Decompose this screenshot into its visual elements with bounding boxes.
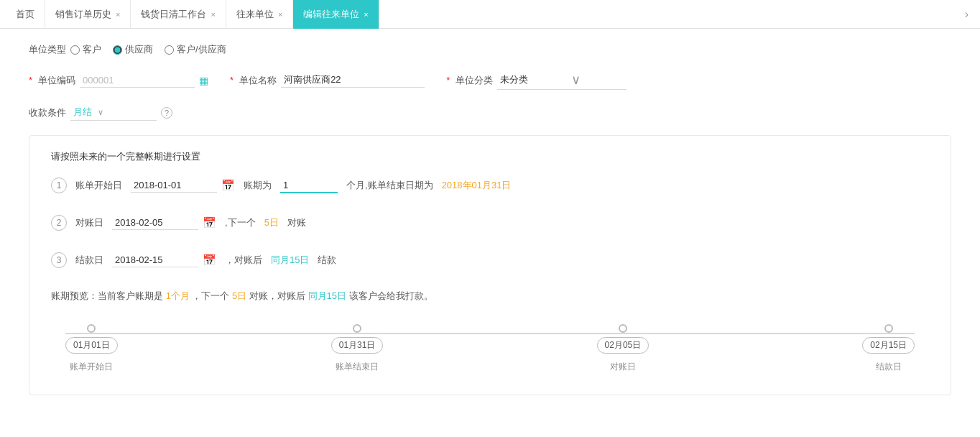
unit-category-value: 未分类 xyxy=(500,73,528,86)
tl-sublabel-1: 账单结束日 xyxy=(336,361,379,373)
step-3-date-input[interactable] xyxy=(112,253,198,267)
step-2-desc-highlight: 5日 xyxy=(264,216,279,229)
unit-type-radio-group: 客户 供应商 客户/供应商 xyxy=(70,43,226,56)
unit-category-field: * 单位分类 未分类 ∨ xyxy=(446,70,627,90)
radio-customer-supplier-label: 客户/供应商 xyxy=(177,43,226,56)
step-3-label: 结款日 xyxy=(75,254,103,267)
settings-card: 请按照未来的一个完整帐期进行设置 1 账单开始日 📅 账期为 个月,账单结束日期… xyxy=(29,135,951,395)
unit-code-calendar-icon[interactable]: ▦ xyxy=(199,75,208,86)
unit-type-field: 单位类型 客户 供应商 客户/供应商 xyxy=(29,43,226,56)
step-1-period-input[interactable] xyxy=(280,178,338,193)
radio-customer-input[interactable] xyxy=(70,45,80,55)
unit-code-field: * 单位编码 ▦ xyxy=(29,73,208,88)
tl-node-0: 01月01日 账单开始日 xyxy=(65,324,118,373)
unit-info-row: * 单位编码 ▦ * 单位名称 * 单位分类 未分类 ∨ xyxy=(29,70,951,90)
payment-terms-row: 收款条件 月结 ∨ ? xyxy=(29,104,951,121)
preview-part2: 5日 xyxy=(232,290,246,301)
preview-sep2: 对账，对账后 xyxy=(249,290,305,301)
radio-customer-label: 客户 xyxy=(83,43,101,56)
page-content: 单位类型 客户 供应商 客户/供应商 * 单位编码 xyxy=(0,29,980,437)
tl-node-3: 02月15日 结款日 xyxy=(862,324,915,373)
step-2-date-wrap: 📅 xyxy=(112,216,216,230)
timeline: 01月01日 账单开始日 01月31日 账单结束日 02月05日 对账日 02月… xyxy=(51,324,929,373)
close-tab-partner[interactable]: × xyxy=(278,10,282,19)
tab-edit-partner[interactable]: 编辑往来单位 × xyxy=(293,0,379,29)
tl-dot-1 xyxy=(353,324,361,333)
step-2-calendar-icon[interactable]: 📅 xyxy=(203,216,216,229)
preview-text: 账期预览：当前客户账期是 1个月 ，下一个 5日 对账，对账后 同月15日 该客… xyxy=(51,290,929,303)
step-1-end-date: 2018年01月31日 xyxy=(442,179,512,192)
tl-node-1: 01月31日 账单结束日 xyxy=(331,324,384,373)
step-1-calendar-icon[interactable]: 📅 xyxy=(221,179,235,192)
unit-type-row: 单位类型 客户 供应商 客户/供应商 xyxy=(29,43,951,56)
preview-suffix: 该客户会给我打款。 xyxy=(349,290,433,301)
tl-tag-3: 02月15日 xyxy=(862,337,915,354)
unit-name-field: * 单位名称 xyxy=(230,73,425,88)
close-tab-edit-partner[interactable]: × xyxy=(364,10,368,19)
close-tab-cash-desk[interactable]: × xyxy=(211,10,215,19)
tl-sublabel-3: 结款日 xyxy=(876,361,902,373)
unit-type-label: 单位类型 xyxy=(29,43,66,56)
step-1-period-suffix: 个月,账单结束日期为 xyxy=(346,179,433,192)
step-1-period-label: 账期为 xyxy=(244,179,272,192)
step-2-desc-suffix: 对账 xyxy=(287,216,306,229)
radio-supplier-input[interactable] xyxy=(113,45,122,55)
step-1-number: 1 xyxy=(51,178,67,193)
tab-sales-history[interactable]: 销售订单历史 × xyxy=(45,0,131,29)
step-2-desc-prefix: ,下一个 xyxy=(225,216,256,229)
tl-dot-2 xyxy=(619,324,627,333)
step-2-date-input[interactable] xyxy=(112,216,198,230)
step-3-date-wrap: 📅 xyxy=(112,253,216,267)
step-1-label: 账单开始日 xyxy=(75,179,122,192)
radio-supplier-label: 供应商 xyxy=(125,43,153,56)
step-2-number: 2 xyxy=(51,215,67,231)
payment-terms-chevron-icon: ∨ xyxy=(98,108,103,117)
tl-sublabel-0: 账单开始日 xyxy=(70,361,113,373)
tl-tag-1: 01月31日 xyxy=(331,337,384,354)
tab-partner[interactable]: 往来单位 × xyxy=(226,0,293,29)
tl-sublabel-2: 对账日 xyxy=(610,361,636,373)
step-3-desc-suffix: 结款 xyxy=(318,254,336,267)
payment-terms-select[interactable]: 月结 ∨ xyxy=(70,104,157,121)
tab-home[interactable]: 首页 xyxy=(6,0,45,29)
radio-supplier[interactable]: 供应商 xyxy=(113,43,153,56)
payment-terms-field: 收款条件 月结 ∨ ? xyxy=(29,104,172,121)
tab-cash-desk[interactable]: 钱货日清工作台 × xyxy=(131,0,226,29)
tl-tag-0: 01月01日 xyxy=(65,337,118,354)
payment-terms-value: 月结 xyxy=(73,106,92,119)
unit-code-label: 单位编码 xyxy=(38,74,75,87)
payment-terms-help-icon[interactable]: ? xyxy=(161,107,172,119)
step-1-date-wrap: 📅 xyxy=(131,178,235,193)
step-3-row: 3 结款日 📅 ，对账后 同月15日 结款 xyxy=(51,252,929,268)
step-3-desc-highlight: 同月15日 xyxy=(271,254,309,267)
tabs-bar: 首页 销售订单历史 × 钱货日清工作台 × 往来单位 × 编辑往来单位 × › xyxy=(0,0,980,29)
preview-prefix: 账期预览：当前客户账期是 xyxy=(51,290,163,301)
tabs-more-arrow[interactable]: › xyxy=(959,8,974,21)
timeline-nodes: 01月01日 账单开始日 01月31日 账单结束日 02月05日 对账日 02月… xyxy=(65,324,915,373)
preview-part3: 同月15日 xyxy=(308,290,346,301)
tl-node-2: 02月05日 对账日 xyxy=(597,324,650,373)
radio-customer-supplier[interactable]: 客户/供应商 xyxy=(165,43,226,56)
preview-sep1: ，下一个 xyxy=(192,290,229,301)
payment-terms-label: 收款条件 xyxy=(29,106,66,119)
step-1-row: 1 账单开始日 📅 账期为 个月,账单结束日期为 2018年01月31日 xyxy=(51,178,929,193)
tl-dot-0 xyxy=(87,324,96,333)
tl-dot-3 xyxy=(884,324,893,333)
step-2-label: 对账日 xyxy=(75,216,103,229)
step-3-number: 3 xyxy=(51,252,67,268)
radio-customer[interactable]: 客户 xyxy=(70,43,101,56)
close-tab-sales-history[interactable]: × xyxy=(116,10,120,19)
radio-customer-supplier-input[interactable] xyxy=(165,45,174,55)
step-1-date-input[interactable] xyxy=(131,178,217,193)
step-3-calendar-icon[interactable]: 📅 xyxy=(203,254,216,267)
unit-code-input[interactable] xyxy=(80,73,195,88)
unit-category-dropdown[interactable]: 未分类 ∨ xyxy=(497,70,627,90)
step-3-desc-prefix: ，对账后 xyxy=(225,254,262,267)
tl-tag-2: 02月05日 xyxy=(597,337,650,354)
unit-category-chevron-icon: ∨ xyxy=(571,72,581,88)
preview-part1: 1个月 xyxy=(166,290,190,301)
unit-name-label: 单位名称 xyxy=(239,74,277,87)
unit-category-label: 单位分类 xyxy=(456,74,493,87)
unit-name-input[interactable] xyxy=(281,73,425,88)
step-2-row: 2 对账日 📅 ,下一个 5日 对账 xyxy=(51,215,929,231)
